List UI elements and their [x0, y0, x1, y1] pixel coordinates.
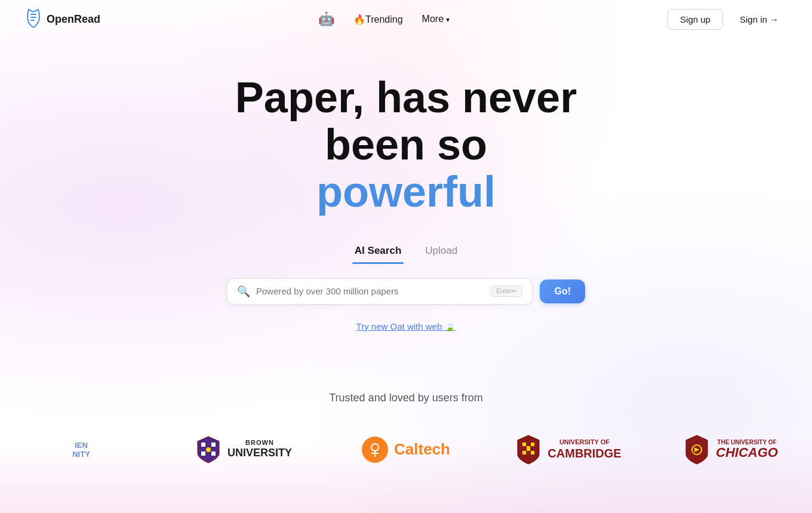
search-icon: 🔍: [237, 285, 250, 298]
chevron-down-icon: ▾: [446, 16, 450, 24]
search-box: 🔍 Enter↵: [227, 278, 533, 305]
logo-icon: [24, 8, 43, 30]
navbar: OpenRead 🤖 🔥Trending More ▾ Sign up Sign…: [0, 0, 812, 38]
robot-icon: 🤖: [318, 11, 334, 27]
hero-line2: been so: [325, 121, 487, 168]
cambridge-logo: UNIVERSITY OF CAMBRIDGE: [487, 428, 650, 471]
brown-logo: BROWN UNIVERSITY: [162, 429, 325, 470]
brown-shield-icon: [195, 435, 222, 464]
brown-text: BROWN UNIVERSITY: [227, 439, 292, 460]
caltech-text: Caltech: [394, 440, 450, 459]
hero-line1: Paper, has never: [235, 73, 577, 121]
nav-right: Sign up Sign in →: [668, 9, 788, 30]
enter-badge: Enter↵: [491, 285, 522, 297]
tab-upload[interactable]: Upload: [423, 240, 460, 264]
signup-button[interactable]: Sign up: [668, 9, 723, 30]
svg-point-4: [206, 447, 211, 452]
chicago-shield-icon: [684, 434, 710, 465]
trusted-title: Trusted and loved by users from: [0, 392, 812, 404]
logo-link[interactable]: OpenRead: [24, 8, 100, 30]
go-button[interactable]: Go!: [540, 279, 585, 303]
more-label: More: [422, 14, 444, 24]
svg-rect-8: [522, 443, 526, 446]
svg-rect-0: [201, 443, 205, 447]
svg-rect-3: [211, 451, 216, 456]
search-container: 🔍 Enter↵ Go!: [227, 278, 585, 305]
trusted-section: Trusted and loved by users from IEN NITY: [0, 392, 812, 471]
mit-logo: IEN NITY: [0, 435, 162, 465]
caltech-logo: Caltech: [325, 431, 487, 469]
try-new-link[interactable]: Try new Oat with web 🍃: [356, 321, 456, 332]
signin-button[interactable]: Sign in →: [730, 10, 788, 29]
svg-rect-9: [531, 443, 534, 446]
tab-ai-search[interactable]: AI Search: [352, 240, 404, 264]
svg-rect-11: [531, 451, 534, 454]
mit-text: IEN NITY: [72, 441, 90, 459]
logo-text: OpenRead: [47, 13, 100, 26]
cambridge-text: UNIVERSITY OF CAMBRIDGE: [548, 438, 621, 460]
search-input[interactable]: [256, 286, 485, 296]
nav-left: OpenRead: [24, 8, 100, 30]
svg-rect-10: [522, 451, 526, 454]
nav-center: 🤖 🔥Trending More ▾: [318, 11, 450, 27]
trending-label: 🔥Trending: [353, 14, 403, 25]
svg-point-5: [371, 444, 379, 451]
caltech-icon: [362, 437, 388, 463]
logos-container: IEN NITY BROWN UNIVERSITY: [0, 428, 812, 471]
chicago-logo: THE UNIVERSITY OF CHICAGO: [650, 428, 812, 471]
main-content: Paper, has never been so powerful AI Sea…: [0, 38, 812, 332]
search-tabs: AI Search Upload: [352, 240, 460, 264]
svg-rect-1: [211, 443, 216, 447]
hero-line3: powerful: [316, 168, 496, 216]
hero-title: Paper, has never been so powerful: [235, 74, 577, 216]
cambridge-shield-icon: [515, 434, 542, 465]
more-dropdown[interactable]: More ▾: [422, 14, 450, 24]
chicago-text: THE UNIVERSITY OF CHICAGO: [716, 439, 778, 460]
trending-link[interactable]: 🔥Trending: [353, 14, 403, 25]
svg-rect-2: [201, 451, 205, 456]
